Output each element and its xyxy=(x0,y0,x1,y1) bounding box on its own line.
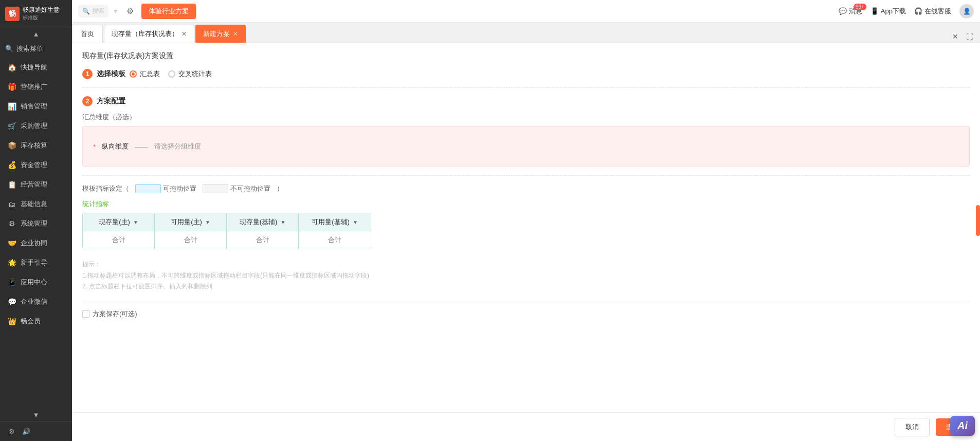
ai-badge[interactable]: Ai xyxy=(950,416,975,436)
maximize-window-button[interactable]: ⛶ xyxy=(964,30,976,43)
step2-header: 2 方案配置 xyxy=(82,96,970,106)
divider-1 xyxy=(82,87,970,88)
tab-home[interactable]: 首页 xyxy=(72,25,103,43)
sidebar-search[interactable]: 🔍 搜索菜单 xyxy=(0,40,72,58)
sidebar-item-marketing[interactable]: 🎁 营销推广 xyxy=(0,77,72,97)
tab-home-label: 首页 xyxy=(81,29,94,39)
app-download-label: App下载 xyxy=(881,7,906,16)
stat-col-1[interactable]: 可用量(主) ▼ xyxy=(155,213,227,231)
purchase-icon: 🛒 xyxy=(7,121,16,131)
sidebar-item-finance[interactable]: 💰 资金管理 xyxy=(0,155,72,175)
no-drag-indicator: 不可拖动位置 xyxy=(203,184,270,193)
chevron-down-icon-1: ▼ xyxy=(205,219,210,225)
sidebar-scroll-up[interactable]: ▲ xyxy=(0,28,72,40)
stat-cell-0-2: 合计 xyxy=(227,231,299,249)
sidebar-item-label: 系统管理 xyxy=(21,219,47,228)
tab-inventory[interactable]: 现存量（库存状况表） ✕ xyxy=(104,25,194,43)
sidebar-item-shortcut[interactable]: 🏠 快捷导航 xyxy=(0,58,72,77)
main-area: 🔍 搜索 ▼ ⚙ 体验行业方案 💬 消息 99+ 📱 App下载 🎧 在线客服 … xyxy=(72,0,980,441)
chevron-down-icon-0: ▼ xyxy=(133,219,138,225)
radio-summary-circle xyxy=(130,70,137,78)
sidebar-item-system[interactable]: ⚙ 系统管理 xyxy=(0,214,72,233)
topbar-right: 💬 消息 99+ 📱 App下载 🎧 在线客服 👤 xyxy=(839,4,974,19)
tab-new-plan-label: 新建方案 xyxy=(203,29,230,39)
volume-footer-icon[interactable]: 🔊 xyxy=(22,427,31,436)
hint-title: 提示： xyxy=(82,261,101,268)
online-service-label: 在线客服 xyxy=(924,7,951,16)
topbar-search[interactable]: 🔍 搜索 xyxy=(78,5,108,17)
step1-badge: 1 xyxy=(82,69,93,79)
stat-col-2[interactable]: 现存量(基辅) ▼ xyxy=(227,213,299,231)
sidebar-item-apps[interactable]: 📱 应用中心 xyxy=(0,272,72,292)
sidebar-item-purchase[interactable]: 🛒 采购管理 xyxy=(0,116,72,136)
online-service-button[interactable]: 🎧 在线客服 xyxy=(914,7,951,16)
sidebar-item-inventory[interactable]: 📦 库存核算 xyxy=(0,136,72,155)
stat-col-0[interactable]: 现存量(主) ▼ xyxy=(83,213,155,231)
sidebar-item-guide[interactable]: 🌟 新手引导 xyxy=(0,253,72,272)
hint-item-0: 1.拖动标题栏可以调整布局，不可跨维度或指标区域拖动栏目字段(只能在同一维度或指… xyxy=(82,270,970,282)
hints-section: 提示： 1.拖动标题栏可以调整布局，不可跨维度或指标区域拖动栏目字段(只能在同一… xyxy=(82,259,970,292)
step1-header: 1 选择模板 汇总表 交叉统计表 xyxy=(82,69,970,79)
app-name: 畅康通好生意 xyxy=(23,6,60,14)
divider-2 xyxy=(82,175,970,176)
app-badge: 标准版 xyxy=(23,14,60,22)
sales-icon: 📊 xyxy=(7,102,16,111)
finance-icon: 💰 xyxy=(7,160,16,170)
system-icon: ⚙ xyxy=(7,219,16,228)
content-area: 现存量(库存状况表)方案设置 1 选择模板 汇总表 交叉统计表 xyxy=(72,43,980,412)
search-label: 搜索菜单 xyxy=(16,44,43,53)
sidebar-item-cooperation[interactable]: 🤝 企业协同 xyxy=(0,233,72,253)
footer-bar: 取消 查询 xyxy=(72,412,980,441)
dimension-box[interactable]: * 纵向维度 —— 请选择分组维度 xyxy=(82,126,970,167)
cancel-button[interactable]: 取消 xyxy=(895,418,930,436)
sidebar-item-member[interactable]: 👑 畅会员 xyxy=(0,311,72,331)
save-option-row: 方案保存(可选) xyxy=(82,303,970,325)
save-option-checkbox[interactable] xyxy=(82,310,89,318)
logo-icon: 畅 xyxy=(5,7,20,21)
stat-col-3[interactable]: 可用量(基辅) ▼ xyxy=(299,213,371,231)
search-icon: 🔍 xyxy=(5,45,13,52)
sidebar-item-management[interactable]: 📋 经营管理 xyxy=(0,175,72,194)
radio-summary[interactable]: 汇总表 xyxy=(130,69,160,79)
sidebar-item-label: 应用中心 xyxy=(21,278,47,287)
chevron-down-icon-3: ▼ xyxy=(353,219,358,225)
drag-box xyxy=(135,184,161,193)
close-window-button[interactable]: ✕ xyxy=(949,30,961,43)
step2-section: 2 方案配置 汇总维度（必选） * 纵向维度 —— 请选择分组维度 模板指标设定… xyxy=(82,96,970,292)
page-title: 现存量(库存状况表)方案设置 xyxy=(82,51,970,61)
user-avatar[interactable]: 👤 xyxy=(959,4,974,19)
right-scroll-indicator xyxy=(976,205,980,236)
topbar-gear-button[interactable]: ⚙ xyxy=(123,4,137,19)
draggable-indicator: 可拖动位置 xyxy=(135,184,196,193)
topbar-search-icon: 🔍 xyxy=(82,8,90,15)
tab-inventory-label: 现存量（库存状况表） xyxy=(112,29,178,39)
stat-table-title: 统计指标 xyxy=(82,199,970,209)
sidebar-item-label: 资金管理 xyxy=(21,160,47,170)
dimension-placeholder: 请选择分组维度 xyxy=(154,142,201,151)
topbar: 🔍 搜索 ▼ ⚙ 体验行业方案 💬 消息 99+ 📱 App下载 🎧 在线客服 … xyxy=(72,0,980,23)
sidebar-logo: 畅 畅康通好生意 标准版 xyxy=(0,0,72,28)
stat-table-section: 统计指标 现存量(主) ▼ 可用量(主) ▼ 现存量(基辅) xyxy=(82,199,970,251)
stat-cell-0-0: 合计 xyxy=(83,231,155,249)
template-setting-suffix: ） xyxy=(277,184,283,193)
sidebar-item-label: 库存核算 xyxy=(21,141,47,150)
tab-new-plan-close[interactable]: ✕ xyxy=(233,30,238,38)
app-download-button[interactable]: 📱 App下载 xyxy=(870,7,906,16)
sidebar-item-sales[interactable]: 📊 销售管理 xyxy=(0,97,72,116)
sidebar-item-wechat[interactable]: 💬 企业微信 xyxy=(0,292,72,311)
shortcut-icon: 🏠 xyxy=(7,63,16,72)
template-radio-group: 汇总表 交叉统计表 xyxy=(130,69,212,79)
settings-footer-icon[interactable]: ⚙ xyxy=(7,427,16,436)
dropdown-icon: ▼ xyxy=(113,8,119,15)
trial-industry-button[interactable]: 体验行业方案 xyxy=(141,4,196,19)
tab-new-plan[interactable]: 新建方案 ✕ xyxy=(195,25,246,43)
sidebar-footer: ⚙ 🔊 xyxy=(0,421,72,441)
step2-badge: 2 xyxy=(82,96,93,106)
sidebar-item-basic[interactable]: 🗂 基础信息 xyxy=(0,194,72,214)
tab-inventory-close[interactable]: ✕ xyxy=(182,30,187,38)
messages-button[interactable]: 💬 消息 99+ xyxy=(839,7,862,16)
logo-text-area: 畅康通好生意 标准版 xyxy=(23,6,60,22)
sidebar-scroll-down[interactable]: ▼ xyxy=(0,409,72,421)
radio-cross[interactable]: 交叉统计表 xyxy=(168,69,212,79)
vertical-dimension-label: 纵向维度 xyxy=(102,142,129,151)
